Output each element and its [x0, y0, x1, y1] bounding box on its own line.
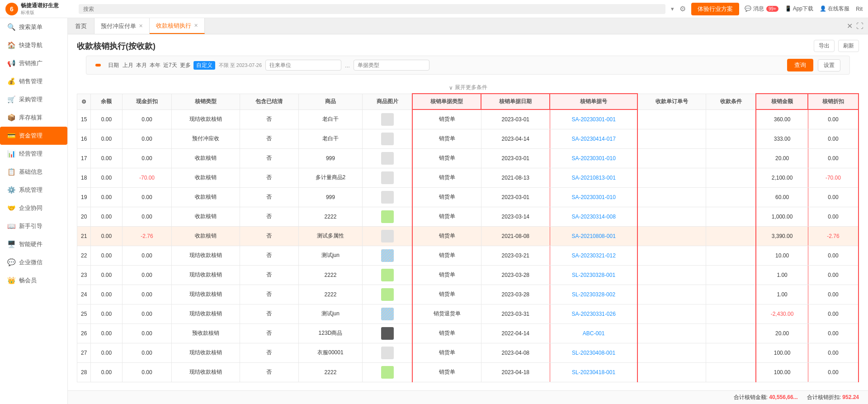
doc-no-link[interactable]: SA-20230301-010: [571, 155, 615, 162]
sidebar-item-inventory[interactable]: 📦 库存核算: [0, 109, 67, 127]
user-name[interactable]: Rit: [856, 6, 863, 12]
messages-link[interactable]: 💬 消息 99+: [745, 5, 778, 13]
doc-no-link[interactable]: SL-20230328-002: [572, 291, 615, 298]
date-this-month[interactable]: 本月: [136, 62, 147, 69]
sidebar-item-enterprise[interactable]: 🤝 企业协同: [0, 199, 67, 217]
date-this-year[interactable]: 本年: [150, 62, 160, 69]
date-more[interactable]: 更多: [180, 62, 191, 69]
cell-product-img: [363, 246, 413, 265]
doc-no-link[interactable]: SA-20230414-017: [571, 136, 615, 142]
sidebar-item-wechat[interactable]: 💬 企业微信: [0, 253, 67, 271]
query-button[interactable]: 查询: [787, 59, 813, 71]
cell-product-img: [363, 343, 413, 362]
cell-num: 16: [77, 129, 91, 148]
cell-settled: 否: [240, 362, 298, 382]
page-title: 收款核销执行(按收款): [77, 41, 156, 52]
sidebar-item-shortcut[interactable]: 🏠 快捷导航: [0, 36, 67, 54]
table-row: 18 0.00 -70.00 收款核销 否 多计量商品2 销货单 2021-08…: [77, 168, 859, 187]
settings-icon[interactable]: ⚙: [679, 5, 686, 13]
main-table: ⚙ 余额 现金折扣 核销类型 包含已结清 商品 商品图片 核销单据类型 核销单据…: [77, 93, 859, 382]
logo-text: 畅捷通谱好生意: [21, 2, 59, 10]
doc-no-link[interactable]: SA-20230321-012: [571, 252, 615, 259]
cell-product-img: [363, 304, 413, 323]
sidebar-item-system[interactable]: ⚙️ 系统管理: [0, 181, 67, 199]
tab-prepay[interactable]: 预付冲应付单 ✕: [94, 18, 150, 34]
doc-no-link[interactable]: SA-20210813-001: [571, 175, 615, 181]
cell-product-img: [363, 148, 413, 168]
th-doc-no: 核销单据号: [550, 94, 637, 109]
tab-expand-icon[interactable]: ⛶: [856, 22, 863, 30]
doc-no-link[interactable]: SA-20230331-026: [571, 311, 615, 317]
cell-doc-no: SA-20230414-017: [550, 129, 637, 148]
cell-doc-date: 2023-04-14: [481, 129, 550, 148]
date-custom[interactable]: 自定义: [193, 61, 215, 70]
cell-num: 25: [77, 304, 91, 323]
cell-product-img: [363, 265, 413, 285]
cell-amount: 100.00: [756, 343, 808, 362]
cell-condition: [706, 148, 756, 168]
doc-no-link[interactable]: SA-20230301-001: [571, 116, 615, 123]
cell-condition: [706, 362, 756, 382]
cell-condition: [706, 304, 756, 323]
tab-close-receipt[interactable]: ✕: [194, 23, 198, 29]
doc-no-link[interactable]: SA-20230301-010: [571, 194, 615, 200]
refresh-button[interactable]: 刷新: [838, 40, 859, 52]
cell-doc-date: 2023-03-01: [481, 187, 550, 207]
table-row: 24 0.00 0.00 现结收款核销 否 2222 销货单 2023-03-2…: [77, 285, 859, 304]
sidebar-item-finance[interactable]: 💳 资金管理: [0, 127, 67, 145]
doc-no-link[interactable]: SL-20230408-001: [572, 350, 615, 356]
sidebar-item-guide[interactable]: 📖 新手引导: [0, 217, 67, 235]
export-button[interactable]: 导出: [814, 40, 835, 52]
sidebar-item-operation[interactable]: 📊 经营管理: [0, 145, 67, 163]
tab-home[interactable]: 首页: [68, 18, 94, 34]
purchase-icon: 🛒: [7, 95, 15, 104]
app-download-link[interactable]: 📱 App下载: [785, 5, 813, 13]
search-chevron-icon[interactable]: ▾: [671, 5, 674, 12]
doc-no-link[interactable]: SA-20210808-001: [571, 233, 615, 239]
cell-num: 15: [77, 109, 91, 129]
industry-solution-button[interactable]: 体验行业方案: [691, 3, 739, 15]
sidebar-item-marketing[interactable]: 📢 营销推广: [0, 54, 67, 72]
tab-close-icon[interactable]: ✕: [847, 22, 853, 30]
doc-no-link[interactable]: ABC-001: [583, 330, 605, 337]
filter-settings-button[interactable]: 设置: [818, 59, 840, 71]
filter-expand-button[interactable]: [95, 64, 101, 67]
sidebar-item-hardware[interactable]: 🖥️ 智能硬件: [0, 235, 67, 253]
cell-doc-type: 销货单: [412, 362, 481, 382]
partner-filter-input[interactable]: [265, 60, 341, 71]
cell-num: 28: [77, 362, 91, 382]
cell-condition: [706, 187, 756, 207]
sidebar-item-member[interactable]: 👑 畅会员: [0, 271, 67, 290]
sidebar-item-sales[interactable]: 💰 销售管理: [0, 72, 67, 90]
doc-no-link[interactable]: SA-20230314-008: [571, 214, 615, 220]
sidebar-item-basic[interactable]: 📋 基础信息: [0, 163, 67, 181]
sidebar-item-purchase[interactable]: 🛒 采购管理: [0, 90, 67, 109]
cell-cash-discount: 0.00: [122, 109, 172, 129]
doc-no-link[interactable]: SL-20230418-001: [572, 369, 615, 375]
tab-close-prepay[interactable]: ✕: [139, 23, 143, 29]
cell-condition: [706, 265, 756, 285]
expand-more-button[interactable]: ∨ 展开更多条件: [449, 84, 487, 91]
cell-cash-discount: 0.00: [122, 343, 172, 362]
cell-receipt-no: [637, 207, 706, 226]
cell-doc-no: SA-20230331-026: [550, 304, 637, 323]
cell-discount: 0.00: [808, 362, 859, 382]
top-search-input[interactable]: [79, 4, 665, 14]
cell-num: 27: [77, 343, 91, 362]
doc-type-filter-input[interactable]: [354, 60, 429, 71]
date-last-month[interactable]: 上月: [123, 62, 133, 69]
cell-condition: [706, 109, 756, 129]
online-service-link[interactable]: 👤 在线客服: [820, 5, 849, 13]
cell-doc-type: 销货单: [412, 109, 481, 129]
cell-product-img: [363, 226, 413, 246]
date-7-days[interactable]: 近7天: [163, 62, 177, 69]
doc-no-link[interactable]: SL-20230328-001: [572, 272, 615, 278]
cell-balance: 0.00: [91, 226, 122, 246]
cell-num: 24: [77, 285, 91, 304]
table-row: 27 0.00 0.00 现结收款核销 否 衣服00001 销货单 2023-0…: [77, 343, 859, 362]
cell-num: 21: [77, 226, 91, 246]
tab-receipt[interactable]: 收款核销执行 ✕: [150, 18, 205, 34]
th-settings[interactable]: ⚙: [77, 94, 91, 109]
sidebar-item-search[interactable]: 🔍 搜索菜单: [0, 18, 67, 36]
cell-receipt-no: [637, 323, 706, 343]
